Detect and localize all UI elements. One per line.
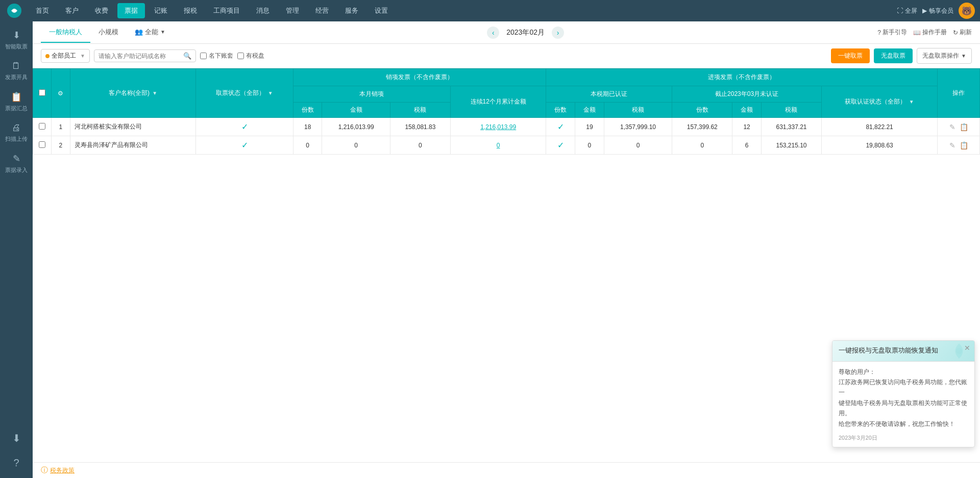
th-checkbox bbox=[33, 69, 52, 118]
refresh-icon: ↻ bbox=[953, 29, 958, 36]
summary-icon: 📋 bbox=[11, 91, 22, 103]
row1-sales-tax: 158,081.83 bbox=[390, 118, 450, 136]
sidebar-item-smart-fetch[interactable]: ⬇ 智能取票 bbox=[2, 26, 31, 55]
notification-footer: 2023年3月20日 bbox=[832, 434, 974, 447]
refresh-button[interactable]: ↻ 刷新 bbox=[953, 28, 972, 37]
th-settings: ⚙ bbox=[52, 69, 70, 118]
sidebar-scan-upload-label: 扫描上传 bbox=[5, 135, 28, 143]
row2-checkbox[interactable] bbox=[39, 141, 45, 148]
row1-recognition-status: ✓ bbox=[546, 118, 575, 136]
notification-date: 2023年3月20日 bbox=[839, 435, 877, 441]
nav-manage[interactable]: 管理 bbox=[279, 3, 306, 18]
notification-header: ✕ 一键报税与无盘取票功能恢复通知 bbox=[832, 341, 974, 362]
sidebar-invoice-issue-label: 发票开具 bbox=[5, 73, 28, 81]
th-recognition-status: 获取认证状态（全部） ▼ bbox=[822, 86, 938, 118]
th-sales-tax: 税额 bbox=[390, 103, 450, 118]
sidebar-item-invoice-issue[interactable]: 🗒 发票开具 bbox=[2, 57, 31, 85]
row1-consecutive-12m: 1,216,013.99 bbox=[450, 118, 546, 136]
tax-disk-checkbox-input[interactable] bbox=[237, 53, 244, 59]
no-disk-ops-button[interactable]: 无盘取票操作 ▼ bbox=[917, 48, 972, 64]
employee-dropdown-icon: ▼ bbox=[80, 53, 85, 59]
select-all-checkbox[interactable] bbox=[39, 89, 45, 96]
name-account-checkbox-input[interactable] bbox=[200, 53, 207, 59]
nav-message[interactable]: 消息 bbox=[249, 3, 277, 18]
sidebar-help-icon[interactable]: ? bbox=[6, 452, 27, 473]
row2-edit-icon[interactable]: ✎ bbox=[949, 141, 955, 149]
nav-business[interactable]: 工商项目 bbox=[206, 3, 247, 18]
sidebar-item-summary[interactable]: 📋 票据汇总 bbox=[2, 87, 31, 116]
no-disk-fetch-button[interactable]: 无盘取票 bbox=[874, 48, 913, 63]
footer-tax-policy-link[interactable]: 税务政策 bbox=[50, 466, 75, 475]
tab-right-actions: ? 新手引导 📖 操作手册 ↻ 刷新 bbox=[877, 28, 972, 37]
fetch-status-filter-icon[interactable]: ▼ bbox=[268, 90, 273, 96]
row1-detail-icon[interactable]: 📋 bbox=[960, 123, 968, 131]
nav-bookkeeping[interactable]: 记账 bbox=[147, 3, 175, 18]
user-avatar[interactable]: 🐻 bbox=[959, 3, 975, 19]
row1-purchase-count: 19 bbox=[575, 118, 604, 136]
fullscreen-button[interactable]: ⛶ 全屏 bbox=[897, 7, 917, 15]
th-actions-header: 操作 bbox=[938, 69, 980, 118]
tab-omnipotent[interactable]: 👥 全能 ▼ bbox=[127, 22, 174, 43]
name-account-checkbox[interactable]: 名下账套 bbox=[200, 52, 233, 60]
row1-unrecognized-count: 12 bbox=[732, 118, 762, 136]
nav-settings[interactable]: 设置 bbox=[368, 3, 395, 18]
search-icon[interactable]: 🔍 bbox=[183, 52, 191, 60]
th-customer-name: 客户名称(全部) ▼ bbox=[70, 69, 196, 118]
row1-fetch-status: ✓ bbox=[196, 118, 293, 136]
th-purchase-count: 份数 bbox=[546, 103, 575, 118]
row1-edit-icon[interactable]: ✎ bbox=[949, 123, 955, 131]
nav-home[interactable]: 首页 bbox=[29, 3, 56, 18]
prev-month-button[interactable]: ‹ bbox=[487, 27, 499, 39]
search-input[interactable] bbox=[99, 53, 180, 60]
nav-tax[interactable]: 报税 bbox=[177, 3, 204, 18]
customer-filter-icon[interactable]: ▼ bbox=[152, 90, 157, 96]
employee-select[interactable]: 全部员工 ▼ bbox=[41, 49, 90, 63]
toolbar-right: 一键取票 无盘取票 无盘取票操作 ▼ bbox=[831, 48, 972, 64]
notification-body-line2: 键登陆电子税务局与无盘取票相关功能可正常使 bbox=[839, 398, 968, 408]
table-row: 1 河北柯搭桩实业有限公司 ✓ 18 1,216,013.99 158,081.… bbox=[33, 118, 980, 136]
search-box: 🔍 bbox=[94, 49, 196, 62]
data-entry-icon: ✎ bbox=[13, 153, 20, 164]
sidebar-data-entry-label: 票据录入 bbox=[5, 166, 28, 174]
row1-checkbox[interactable] bbox=[39, 123, 45, 130]
sidebar-summary-label: 票据汇总 bbox=[5, 105, 28, 112]
row1-sales-amount: 1,216,013.99 bbox=[322, 118, 390, 136]
tab-general-taxpayer[interactable]: 一般纳税人 bbox=[41, 22, 90, 43]
sidebar-download-icon[interactable]: ⬇ bbox=[6, 428, 27, 448]
tab-small-scale[interactable]: 小规模 bbox=[90, 22, 127, 43]
row1-actions: ✎ 📋 bbox=[938, 118, 980, 136]
next-month-button[interactable]: › bbox=[552, 27, 564, 39]
row2-consecutive-12m: 0 bbox=[450, 136, 546, 155]
nav-menu: 首页 客户 收费 票据 记账 报税 工商项目 消息 管理 经营 服务 设置 bbox=[29, 3, 897, 18]
row2-sales-count: 0 bbox=[293, 136, 322, 155]
row1-unrecognized-amount: 631,337.21 bbox=[761, 118, 821, 136]
guide-button[interactable]: ? 新手引导 bbox=[877, 28, 907, 37]
tax-disk-checkbox[interactable]: 有税盘 bbox=[237, 52, 264, 60]
nav-invoice[interactable]: 票据 bbox=[117, 3, 145, 18]
th-purchase-tax: 税额 bbox=[604, 103, 672, 118]
nav-operations[interactable]: 经营 bbox=[308, 3, 336, 18]
row2-fetch-status: ✓ bbox=[196, 136, 293, 155]
row2-purchase-tax: 0 bbox=[672, 136, 732, 155]
sidebar-item-scan-upload[interactable]: 🖨 扫描上传 bbox=[2, 118, 31, 147]
th-sales-group: 销项发票（不含作废票） bbox=[293, 69, 546, 86]
row2-purchase-count: 0 bbox=[575, 136, 604, 155]
th-unrecognized-count: 份数 bbox=[672, 103, 732, 118]
svg-point-2 bbox=[956, 348, 962, 354]
sidebar-item-data-entry[interactable]: ✎ 票据录入 bbox=[2, 149, 31, 178]
th-this-period-recognized: 本税期已认证 bbox=[546, 86, 672, 103]
one-click-fetch-button[interactable]: 一键取票 bbox=[831, 48, 870, 63]
footer: ⓘ 税务政策 bbox=[33, 462, 980, 478]
nav-service[interactable]: 服务 bbox=[338, 3, 365, 18]
row2-sales-tax: 0 bbox=[390, 136, 450, 155]
row2-checkbox-cell bbox=[33, 136, 52, 155]
row2-unrecognized-count: 6 bbox=[732, 136, 762, 155]
member-button[interactable]: ▶ 畅享会员 bbox=[922, 7, 953, 15]
manual-button[interactable]: 📖 操作手册 bbox=[913, 28, 947, 37]
th-sales-amount: 金额 bbox=[322, 103, 390, 118]
row2-purchase-amount: 0 bbox=[604, 136, 672, 155]
recognition-status-filter-icon[interactable]: ▼ bbox=[909, 99, 914, 105]
nav-billing[interactable]: 收费 bbox=[88, 3, 115, 18]
nav-customer[interactable]: 客户 bbox=[58, 3, 86, 18]
row2-detail-icon[interactable]: 📋 bbox=[960, 141, 968, 149]
